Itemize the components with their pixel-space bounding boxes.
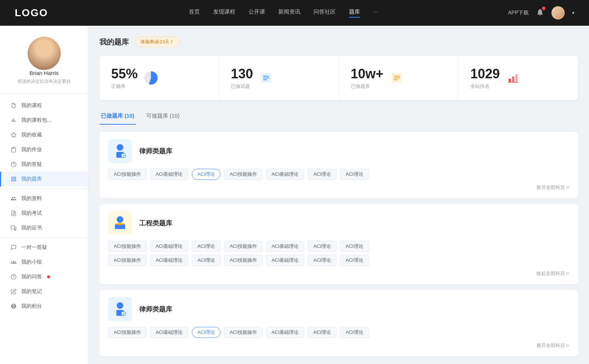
tag-eng1-r1-0[interactable]: ACI技能操作 bbox=[108, 241, 147, 252]
sidebar-item-my-cert[interactable]: 我的证书 bbox=[0, 221, 88, 235]
category-title-engineer-1: 工程类题库 bbox=[139, 219, 172, 228]
expand-engineer-1[interactable]: 收起全部科目 > bbox=[108, 269, 569, 277]
tag-eng1-r2-3[interactable]: ACI技能操作 bbox=[224, 255, 262, 266]
sheet-icon-svg bbox=[260, 71, 273, 85]
sidebar-item-my-points[interactable]: 我的积分 bbox=[0, 299, 88, 314]
notification-bell[interactable] bbox=[536, 8, 544, 18]
main-nav: 首页 发现课程 公开课 新闻资讯 问答社区 题库 ··· bbox=[59, 8, 508, 18]
nav-news[interactable]: 新闻资讯 bbox=[278, 8, 300, 18]
svg-point-0 bbox=[28, 37, 61, 70]
tag-eng1-r1-4[interactable]: ACI基础理论 bbox=[266, 241, 304, 252]
tag-lawyer2-3[interactable]: ACI技能操作 bbox=[224, 327, 262, 338]
sidebar-item-my-packages[interactable]: 我的课程包... bbox=[0, 113, 88, 128]
svg-point-3 bbox=[39, 47, 50, 59]
svg-rect-24 bbox=[509, 79, 511, 82]
tag-eng1-r1-6[interactable]: ACI理论 bbox=[340, 241, 369, 252]
app-download-link[interactable]: APP下载 bbox=[508, 10, 529, 16]
sidebar-item-my-answers[interactable]: 我的问答 bbox=[0, 270, 88, 284]
tag-eng1-r1-2[interactable]: ACI理论 bbox=[192, 241, 221, 252]
sidebar-item-my-courses[interactable]: 我的课程 bbox=[0, 98, 88, 113]
tag-eng1-r1-3[interactable]: ACI技能操作 bbox=[224, 241, 262, 252]
sidebar-label-my-packages: 我的课程包... bbox=[21, 117, 52, 124]
user-dropdown-arrow[interactable]: ▾ bbox=[572, 10, 574, 15]
sidebar-item-my-homework[interactable]: 我的作业 bbox=[0, 142, 88, 157]
sidebar-label-my-cert: 我的证书 bbox=[21, 225, 42, 231]
sidebar-item-one-on-one[interactable]: 一对一答疑 bbox=[0, 240, 88, 255]
tag-lawyer2-1[interactable]: ACI基础理论 bbox=[150, 327, 188, 338]
tag-lawyer2-6[interactable]: ACI理论 bbox=[340, 327, 369, 338]
svg-marker-11 bbox=[15, 227, 17, 229]
expand-lawyer-1[interactable]: 展开全部科目 > bbox=[108, 183, 569, 191]
main-content: 我的题库 体验剩余23天！ 55% 正确率 130 已做试题 bbox=[88, 26, 589, 364]
category-list: 律师类题库 ACI技能操作 ACI基础理论 ACI理论 ACI技能操作 ACI基… bbox=[99, 132, 578, 362]
sheet-blue-icon bbox=[259, 71, 274, 85]
nav-bank[interactable]: 题库 bbox=[349, 8, 360, 18]
cert-icon bbox=[10, 225, 17, 231]
tag-eng1-r1-5[interactable]: ACI理论 bbox=[308, 241, 336, 252]
tag-eng1-r2-5[interactable]: ACI理论 bbox=[308, 255, 336, 266]
tag-lawyer2-0[interactable]: ACI技能操作 bbox=[108, 327, 147, 338]
file-icon bbox=[10, 102, 17, 109]
sidebar-divider-1 bbox=[0, 189, 88, 189]
sidebar-item-my-exam[interactable]: 我的考试 bbox=[0, 206, 88, 221]
sidebar-item-my-favorites[interactable]: 我的收藏 bbox=[0, 128, 88, 142]
sidebar-item-my-group[interactable]: 我的小组 bbox=[0, 255, 88, 270]
sidebar-item-my-bank[interactable]: 我的题库 bbox=[0, 172, 88, 186]
orange-sheet-icon bbox=[389, 71, 404, 85]
sidebar-label-my-points: 我的积分 bbox=[21, 303, 42, 310]
tag-eng1-r2-6[interactable]: ACI理论 bbox=[340, 255, 369, 266]
lawyer-icon-1 bbox=[108, 139, 132, 163]
sidebar-item-my-notes[interactable]: 我的笔记 bbox=[0, 284, 88, 299]
pie-chart-visual bbox=[144, 71, 158, 85]
logo[interactable]: LOGO bbox=[15, 7, 59, 19]
tag-lawyer1-0[interactable]: ACI技能操作 bbox=[108, 169, 147, 180]
lawyer-svg-2 bbox=[111, 300, 129, 318]
sidebar-item-my-questions[interactable]: 我的答疑 bbox=[0, 157, 88, 172]
tag-eng1-r2-4[interactable]: ACI基础理论 bbox=[266, 255, 304, 266]
profile-avatar bbox=[28, 37, 61, 70]
nav-qa[interactable]: 问答社区 bbox=[314, 8, 336, 18]
stat-banks-number: 10w+ bbox=[351, 66, 384, 82]
tags-row-engineer-1a: ACI技能操作 ACI基础理论 ACI理论 ACI技能操作 ACI基础理论 AC… bbox=[108, 241, 569, 252]
profile-name: Brian Harris bbox=[29, 70, 59, 76]
tag-lawyer1-6[interactable]: ACI理论 bbox=[340, 169, 369, 180]
svg-point-1 bbox=[38, 43, 51, 58]
tag-lawyer1-3[interactable]: ACI技能操作 bbox=[224, 169, 262, 180]
nav-open-course[interactable]: 公开课 bbox=[248, 8, 265, 18]
category-lawyer-1: 律师类题库 ACI技能操作 ACI基础理论 ACI理论 ACI技能操作 ACI基… bbox=[99, 132, 578, 198]
sidebar-label-my-exam: 我的考试 bbox=[21, 210, 42, 217]
user-avatar[interactable] bbox=[551, 6, 565, 19]
expand-lawyer-2[interactable]: 展开全部科目 > bbox=[108, 341, 569, 349]
tag-lawyer2-4[interactable]: ACI基础理论 bbox=[266, 327, 304, 338]
profile-motto: 错误的决定比没有决定要好 bbox=[18, 78, 71, 85]
tag-lawyer2-2[interactable]: ACI理论 bbox=[192, 327, 221, 338]
sidebar-item-my-data[interactable]: 我的资料 bbox=[0, 191, 88, 206]
tag-lawyer1-5[interactable]: ACI理论 bbox=[308, 169, 336, 180]
tag-lawyer1-2[interactable]: ACI理论 bbox=[192, 169, 221, 180]
svg-rect-26 bbox=[515, 74, 518, 82]
stat-done-number: 130 bbox=[231, 66, 253, 82]
bar-icon bbox=[10, 117, 17, 124]
bar-chart-svg bbox=[507, 71, 520, 85]
tag-lawyer1-1[interactable]: ACI基础理论 bbox=[150, 169, 188, 180]
category-engineer-1: 工程类题库 ACI技能操作 ACI基础理论 ACI理论 ACI技能操作 ACI基… bbox=[99, 204, 578, 284]
nav-home[interactable]: 首页 bbox=[189, 8, 200, 18]
tag-eng1-r1-1[interactable]: ACI基础理论 bbox=[150, 241, 188, 252]
tabs-row: 已做题库 (10) 可做题库 (10) bbox=[99, 109, 578, 125]
tag-eng1-r2-1[interactable]: ACI基础理论 bbox=[150, 255, 188, 266]
nav-more[interactable]: ··· bbox=[373, 8, 378, 18]
tag-lawyer2-5[interactable]: ACI理论 bbox=[308, 327, 336, 338]
svg-rect-25 bbox=[512, 76, 514, 82]
tag-lawyer1-4[interactable]: ACI基础理论 bbox=[266, 169, 304, 180]
notification-badge bbox=[542, 7, 546, 10]
group-icon bbox=[10, 259, 17, 265]
tag-eng1-r2-2[interactable]: ACI理论 bbox=[192, 255, 221, 266]
sidebar-divider-2 bbox=[0, 238, 88, 238]
sidebar-label-my-data: 我的资料 bbox=[21, 195, 42, 202]
tab-available-banks[interactable]: 可做题库 (10) bbox=[145, 109, 181, 124]
tag-eng1-r2-0[interactable]: ACI技能操作 bbox=[108, 255, 147, 266]
nav-discover[interactable]: 发现课程 bbox=[213, 8, 235, 18]
tab-done-banks[interactable]: 已做题库 (10) bbox=[99, 109, 136, 124]
lawyer-svg-1 bbox=[111, 142, 129, 160]
svg-rect-34 bbox=[119, 223, 121, 225]
